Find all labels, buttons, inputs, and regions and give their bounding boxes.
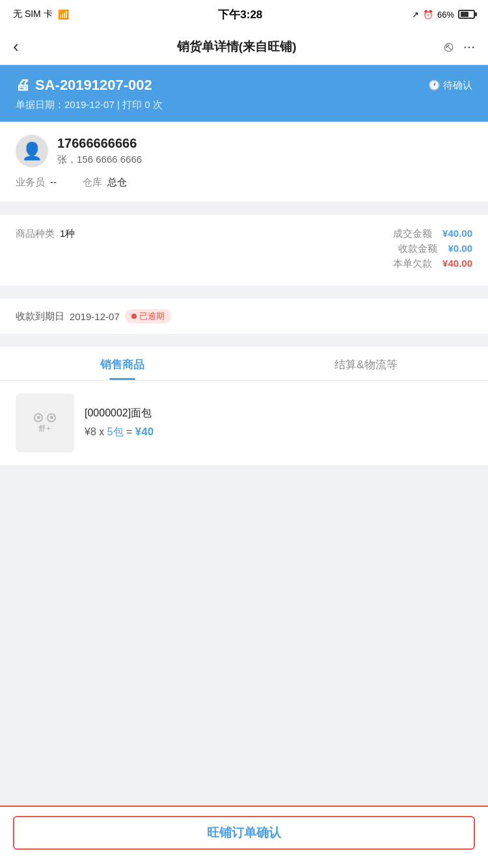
warehouse-label: 仓库 [83, 176, 102, 189]
status-bar: 无 SIM 卡 📶 下午3:28 ↗ ⏰ 66% [0, 0, 488, 29]
nav-title: 销货单详情(来自旺铺) [29, 38, 444, 55]
price-qty: 5包 [107, 426, 124, 437]
salesperson-value: -- [50, 176, 57, 189]
order-status: 🕐 待确认 [428, 79, 472, 92]
product-name: [0000002]面包 [85, 407, 472, 420]
order-icon: 🖨 [16, 77, 30, 94]
customer-row: 👤 17666666666 张，156 6666 6666 [16, 135, 472, 167]
customer-avatar: 👤 [16, 135, 48, 167]
order-header-top: 🖨 SA-20191207-002 🕐 待确认 [16, 77, 472, 94]
battery-icon [458, 10, 475, 19]
overdue-dot [131, 314, 137, 319]
overdue-text: 已逾期 [139, 310, 165, 322]
tabs-section: 销售商品 结算&物流等 [0, 347, 488, 381]
due-label: 收款到期日 [16, 310, 64, 323]
transaction-row: 成交金额 ¥40.00 [393, 228, 472, 240]
alarm-icon: ⏰ [423, 10, 433, 20]
order-header: 🖨 SA-20191207-002 🕐 待确认 单据日期：2019-12-07 … [0, 65, 488, 122]
received-row: 收款金额 ¥0.00 [393, 243, 472, 255]
nav-bar: ‹ 销货单详情(来自旺铺) ⎋ ··· [0, 29, 488, 65]
owl-text: 舒+ [38, 424, 51, 433]
product-details: [0000002]面包 ¥8 x 5包 = ¥40 [85, 407, 472, 439]
arrears-row: 本单欠款 ¥40.00 [393, 258, 472, 270]
divider-1 [0, 208, 488, 215]
content-area [0, 466, 488, 635]
back-button[interactable]: ‹ [13, 36, 29, 57]
summary-section: 商品种类 1种 成交金额 ¥40.00 收款金额 ¥0.00 本单欠款 ¥40.… [0, 215, 488, 286]
nav-actions: ⎋ ··· [444, 38, 475, 55]
location-icon: ↗ [412, 10, 419, 20]
product-logo: 舒+ [34, 413, 56, 433]
salesperson-label: 业务员 [16, 176, 45, 189]
transaction-label: 成交金额 [393, 228, 432, 240]
summary-left: 商品种类 1种 [16, 228, 75, 240]
received-value: ¥0.00 [448, 243, 472, 255]
customer-name: 张，156 6666 6666 [57, 154, 472, 166]
divider-2 [0, 292, 488, 299]
owl-eye-left [34, 413, 43, 422]
tab-settlement[interactable]: 结算&物流等 [244, 347, 488, 380]
tab-sales-goods[interactable]: 销售商品 [0, 347, 244, 380]
product-section: 舒+ [0000002]面包 ¥8 x 5包 = ¥40 [0, 381, 488, 466]
wifi-icon: 📶 [58, 9, 69, 20]
price-equals: = [126, 426, 132, 437]
product-price: ¥8 x 5包 = ¥40 [85, 426, 472, 439]
warehouse-item: 仓库 总仓 [83, 176, 127, 189]
customer-phone: 17666666666 [57, 136, 472, 151]
customer-info: 17666666666 张，156 6666 6666 [57, 136, 472, 166]
owl-eyes [34, 413, 56, 422]
customer-section: 👤 17666666666 张，156 6666 6666 业务员 -- 仓库 … [0, 122, 488, 202]
share-button[interactable]: ⎋ [444, 38, 453, 55]
order-id: 🖨 SA-20191207-002 [16, 77, 152, 94]
battery-percent: 66% [437, 10, 454, 20]
status-time: 下午3:28 [218, 7, 262, 22]
clock-icon: 🕐 [428, 79, 441, 91]
arrears-label: 本单欠款 [393, 258, 432, 270]
product-type: 商品种类 1种 [16, 228, 75, 240]
product-type-value: 1种 [60, 228, 75, 240]
status-right: ↗ ⏰ 66% [412, 10, 475, 20]
transaction-value: ¥40.00 [442, 228, 472, 240]
price-total: ¥40 [135, 426, 154, 438]
salesperson-item: 业务员 -- [16, 176, 57, 189]
price-base: ¥8 x [85, 426, 104, 437]
more-button[interactable]: ··· [463, 38, 475, 55]
product-item: 舒+ [0000002]面包 ¥8 x 5包 = ¥40 [0, 381, 488, 466]
arrears-value: ¥40.00 [442, 258, 472, 270]
carrier-text: 无 SIM 卡 [13, 8, 53, 20]
divider-3 [0, 340, 488, 347]
tab-underline [109, 378, 135, 380]
owl-eye-right [47, 413, 56, 422]
due-section: 收款到期日 2019-12-07 已逾期 [0, 299, 488, 334]
status-carrier: 无 SIM 卡 📶 [13, 8, 69, 20]
due-date: 2019-12-07 [70, 311, 120, 322]
order-date: 单据日期：2019-12-07 | 打印 0 次 [16, 99, 472, 111]
received-label: 收款金额 [398, 243, 437, 255]
confirm-order-button[interactable]: 旺铺订单确认 [13, 816, 475, 850]
bottom-action: 旺铺订单确认 [0, 806, 488, 868]
overdue-badge: 已逾期 [125, 309, 171, 323]
product-thumbnail: 舒+ [16, 394, 74, 452]
warehouse-value: 总仓 [107, 176, 127, 189]
customer-meta: 业务员 -- 仓库 总仓 [16, 176, 472, 189]
tabs-row: 销售商品 结算&物流等 [0, 347, 488, 381]
summary-right: 成交金额 ¥40.00 收款金额 ¥0.00 本单欠款 ¥40.00 [393, 228, 472, 273]
product-type-label: 商品种类 [16, 228, 55, 240]
